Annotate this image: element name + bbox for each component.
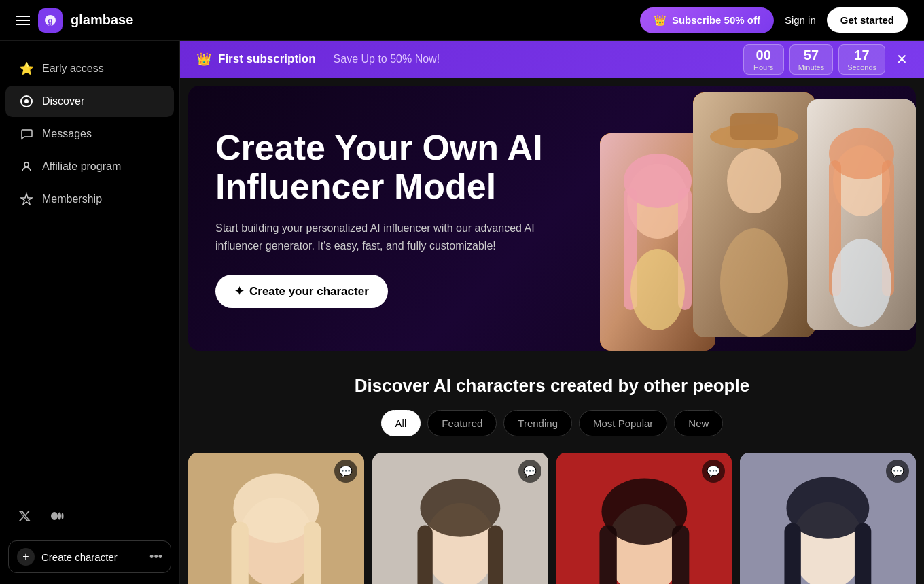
affiliate-icon xyxy=(19,159,34,174)
logo-text: glambase xyxy=(71,12,133,28)
create-character-bar[interactable]: + Create character ••• xyxy=(8,540,171,573)
svg-rect-28 xyxy=(231,521,248,584)
nav-right: 👑 Subscribe 50% off Sign in Get started xyxy=(640,7,908,33)
svg-point-5 xyxy=(51,512,58,520)
plus-icon: + xyxy=(17,548,35,566)
medium-icon[interactable] xyxy=(46,505,68,527)
seconds-value: 17 xyxy=(847,48,876,63)
sidebar-item-early-access[interactable]: ⭐ Early access xyxy=(5,53,174,84)
twitter-icon[interactable] xyxy=(14,505,35,527)
svg-rect-33 xyxy=(417,526,432,584)
hero-image-center xyxy=(693,92,815,337)
hero-images xyxy=(597,86,916,351)
character-grid: 💬 💬 xyxy=(188,453,916,584)
crown-icon: 👑 xyxy=(654,14,667,27)
discover-section: Discover AI characters created by other … xyxy=(180,359,924,584)
svg-point-24 xyxy=(832,239,891,327)
svg-point-13 xyxy=(630,249,685,330)
discover-title: Discover AI characters created by other … xyxy=(188,375,916,396)
messages-icon xyxy=(19,126,34,141)
minutes-label: Minutes xyxy=(798,63,825,71)
nav-left: g glambase xyxy=(16,8,133,33)
hero-description: Start building your personalized AI infl… xyxy=(215,220,555,254)
banner-right: 00 Hours 57 Minutes 17 Seconds ✕ xyxy=(743,44,908,75)
svg-rect-29 xyxy=(304,521,321,584)
banner-subtitle: Save Up to 50% Now! xyxy=(334,53,440,65)
seconds-timer: 17 Seconds xyxy=(838,44,885,75)
star-icon: ⭐ xyxy=(19,61,34,76)
svg-point-3 xyxy=(24,99,29,103)
filter-all[interactable]: All xyxy=(381,410,421,436)
sidebar-item-membership[interactable]: Membership xyxy=(5,184,174,215)
sidebar-item-discover[interactable]: Discover xyxy=(5,86,174,117)
message-icon[interactable]: 💬 xyxy=(518,460,541,483)
message-icon[interactable]: 💬 xyxy=(886,460,909,483)
banner-title: First subscription xyxy=(218,52,316,66)
filter-featured[interactable]: Featured xyxy=(427,410,497,436)
sidebar-nav: ⭐ Early access Discover Messa xyxy=(0,52,179,216)
main-layout: ⭐ Early access Discover Messa xyxy=(0,41,924,584)
logo-icon: g xyxy=(38,8,63,33)
create-character-button[interactable]: ✦ Create your character xyxy=(215,275,388,308)
svg-point-7 xyxy=(62,513,64,519)
character-card[interactable]: 💬 xyxy=(188,453,364,584)
svg-point-35 xyxy=(420,479,500,537)
svg-rect-34 xyxy=(488,526,503,584)
minutes-value: 57 xyxy=(798,48,825,63)
hours-timer: 00 Hours xyxy=(743,44,784,75)
membership-icon xyxy=(19,192,34,207)
top-navigation: g glambase 👑 Subscribe 50% off Sign in G… xyxy=(0,0,924,41)
svg-text:g: g xyxy=(48,16,52,26)
getstarted-button[interactable]: Get started xyxy=(827,7,908,33)
filter-trending[interactable]: Trending xyxy=(503,410,572,436)
svg-rect-46 xyxy=(855,523,871,585)
more-options-icon[interactable]: ••• xyxy=(149,550,162,564)
hours-value: 00 xyxy=(752,48,775,63)
svg-point-47 xyxy=(787,477,870,539)
sidebar-item-affiliate[interactable]: Affiliate program xyxy=(5,151,174,182)
hero-text: Create Your Own AI Influencer Model Star… xyxy=(215,128,555,309)
minutes-timer: 57 Minutes xyxy=(789,44,834,75)
message-icon[interactable]: 💬 xyxy=(702,460,725,483)
character-card[interactable]: 💬 xyxy=(740,453,916,584)
social-icons xyxy=(8,500,171,532)
svg-point-17 xyxy=(727,148,781,213)
hero-section: Create Your Own AI Influencer Model Star… xyxy=(188,86,916,351)
sidebar-item-messages[interactable]: Messages xyxy=(5,118,174,150)
filter-tabs: All Featured Trending Most Popular New xyxy=(188,410,916,436)
main-content: 👑 First subscription Save Up to 50% Now!… xyxy=(180,41,924,584)
filter-new[interactable]: New xyxy=(674,410,723,436)
character-card[interactable]: 💬 xyxy=(372,453,548,584)
svg-point-6 xyxy=(58,513,61,520)
svg-rect-16 xyxy=(730,113,778,140)
sparkle-icon: ✦ xyxy=(234,284,244,298)
svg-rect-45 xyxy=(785,523,801,585)
seconds-label: Seconds xyxy=(847,63,876,71)
svg-point-18 xyxy=(720,228,788,337)
hours-label: Hours xyxy=(752,63,775,71)
banner-left: 👑 First subscription Save Up to 50% Now! xyxy=(196,52,440,67)
subscribe-button[interactable]: 👑 Subscribe 50% off xyxy=(640,7,774,33)
banner-close-button[interactable]: ✕ xyxy=(896,51,908,67)
filter-most-popular[interactable]: Most Popular xyxy=(579,410,667,436)
svg-point-4 xyxy=(24,162,29,167)
banner-crown-icon: 👑 xyxy=(196,52,211,67)
svg-point-41 xyxy=(601,479,687,545)
promo-banner: 👑 First subscription Save Up to 50% Now!… xyxy=(180,41,924,78)
signin-button[interactable]: Sign in xyxy=(785,14,816,26)
hero-image-right xyxy=(807,99,916,330)
hero-title: Create Your Own AI Influencer Model xyxy=(215,128,555,206)
message-icon[interactable]: 💬 xyxy=(334,460,357,483)
sidebar-bottom: + Create character ••• xyxy=(0,492,179,573)
sidebar: ⭐ Early access Discover Messa xyxy=(0,41,180,584)
create-character-left: + Create character xyxy=(17,548,118,566)
character-card[interactable]: 💬 xyxy=(556,453,732,584)
discover-icon xyxy=(19,94,34,109)
hamburger-button[interactable] xyxy=(16,16,30,25)
